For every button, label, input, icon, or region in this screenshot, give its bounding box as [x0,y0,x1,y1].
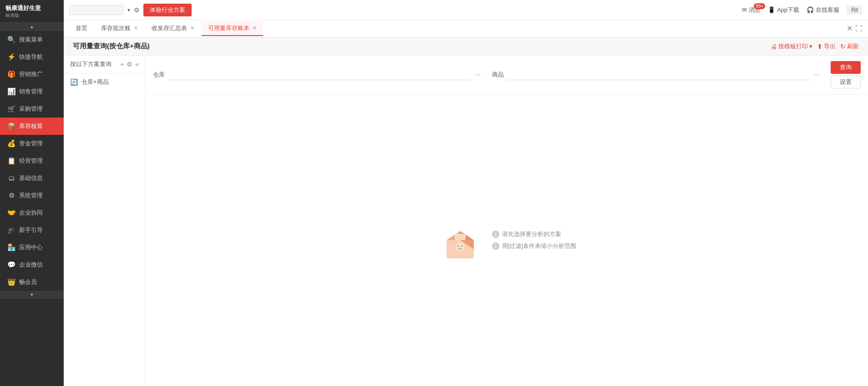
topbar-dropdown-button[interactable]: ▾ [127,7,130,13]
product-label: 商品 [492,71,504,79]
print-icon: 🖨 [771,43,777,50]
sidebar-label-inventory: 库存核算 [19,122,43,130]
marketing-icon: 🎁 [7,70,15,78]
sidebar-item-finance[interactable]: 💰 资金管理 [0,135,64,152]
filter-row: 仓库 ··· 商品 ··· 查询 设置 [146,56,868,94]
empty-svg [437,217,483,263]
sidebar-item-wechat[interactable]: 💬 企业微信 [0,256,64,273]
sidebar-item-basic[interactable]: 🗂 基础信息 [0,170,64,187]
main-area: ▾ ⚙ 体验行业方案 ✉ 消息 99+ 📱 App下载 🎧 在线客服 Rit [64,0,868,386]
page-header-actions: 🖨 按模板打印 ▾ ⬆ 导出 ↻ 刷新 [771,42,859,51]
sidebar-label-sales: 销售管理 [19,87,43,96]
svg-point-4 [456,242,465,252]
tab-home[interactable]: 首页 [69,21,94,36]
product-filter-group: 商品 ··· [492,69,822,80]
sidebar-label-operation: 经营管理 [19,157,43,165]
sidebar-item-system[interactable]: ⚙ 系统管理 [0,187,64,204]
sidebar-item-member[interactable]: 👑 畅会员 [0,273,64,291]
sidebar-item-operation[interactable]: 📋 经营管理 [0,152,64,170]
user-name: Rit [851,7,858,13]
online-service-btn[interactable]: 🎧 在线客服 [807,6,839,14]
print-button[interactable]: 🖨 按模板打印 ▾ [771,42,812,51]
empty-tip-2: 2 用[过滤]条件来缩小分析范围 [492,242,576,250]
filter-setting-button[interactable]: ⚙ [127,61,132,68]
tab-close-window-button[interactable]: ✕ [847,24,853,33]
tab-fullscreen-button[interactable]: ⛶ [855,24,863,33]
sidebar-label-marketing: 营销推广 [19,70,43,78]
sidebar-label-system: 系统管理 [19,191,43,200]
empty-tip-1: 1 请先选择要分析的方案 [492,230,576,238]
topbar-search-input[interactable] [69,5,124,15]
sidebar-item-newbie[interactable]: 🎓 新手引导 [0,221,64,239]
basic-icon: 🗂 [7,174,15,182]
topbar: ▾ ⚙ 体验行业方案 ✉ 消息 99+ 📱 App下载 🎧 在线客服 Rit [64,0,868,20]
tabs-window-controls: ✕ ⛶ [847,24,863,33]
page-title: 可用量查询(按仓库+商品) [73,42,150,51]
product-dots-button[interactable]: ··· [812,71,822,79]
member-icon: 👑 [7,278,15,286]
industry-solution-button[interactable]: 体验行业方案 [143,4,192,16]
export-button[interactable]: ⬆ 导出 [817,42,836,51]
filter-panel-title: 按以下方案查询 [70,60,112,68]
phone-icon: 📱 [768,6,775,13]
filter-item-warehouse-product[interactable]: 🔄 仓库+商品 [64,73,145,91]
right-content: 仓库 ··· 商品 ··· 查询 设置 [146,56,868,386]
sidebar-item-inventory[interactable]: 📦 库存核算 [0,118,64,135]
warehouse-dots-button[interactable]: ··· [473,71,482,79]
refresh-button[interactable]: ↻ 刷新 [840,42,859,51]
tab-summary-close[interactable]: ✕ [190,25,194,31]
tab-available-close[interactable]: ✕ [253,25,257,31]
filter-add-button[interactable]: + [120,61,124,68]
sidebar-item-search[interactable]: 🔍 搜索菜单 [0,31,64,48]
content-area: 按以下方案查询 + ⚙ « 🔄 仓库+商品 仓库 ··· [64,56,868,386]
filter-item-label: 仓库+商品 [81,78,109,86]
sidebar-label-finance: 资金管理 [19,139,43,148]
sidebar-item-shortcut[interactable]: ⚡ 快捷导航 [0,48,64,66]
finance-icon: 💰 [7,139,15,148]
filter-collapse-button[interactable]: « [135,61,139,68]
settings-button[interactable]: 设置 [831,76,861,88]
tab-available-label: 可用量库存账本 [208,24,249,32]
product-input[interactable] [507,69,809,80]
print-dropdown-icon[interactable]: ▾ [809,43,812,50]
tab-summary-label: 收发存汇总表 [152,24,187,32]
empty-tips: 1 请先选择要分析的方案 2 用[过滤]条件来缩小分析范围 [492,230,576,250]
sidebar-scroll-up[interactable]: ▲ [0,23,64,31]
sidebar-scroll-down[interactable]: ▼ [0,291,64,299]
sales-icon: 📊 [7,87,15,96]
export-icon: ⬆ [817,43,822,50]
headset-icon: 🎧 [807,6,814,13]
message-badge[interactable]: ✉ 消息 99+ [742,6,761,14]
tab-batch[interactable]: 库存批次账 ✕ [95,21,144,36]
sidebar-label-wechat: 企业微信 [19,261,43,269]
query-button[interactable]: 查询 [831,61,861,74]
empty-illustration [437,217,483,263]
filter-panel-header: 按以下方案查询 + ⚙ « [64,56,145,73]
sidebar-item-cooperation[interactable]: 🤝 企业协同 [0,204,64,221]
tip-text-1: 请先选择要分析的方案 [502,230,561,238]
app-download-btn[interactable]: 📱 App下载 [768,6,799,14]
tab-batch-close[interactable]: ✕ [134,25,138,31]
wechat-icon: 💬 [7,261,15,269]
online-service-label: 在线客服 [816,6,839,14]
sidebar-label-appstore: 应用中心 [19,243,43,252]
warehouse-input[interactable] [168,69,470,80]
tab-available[interactable]: 可用量库存账本 ✕ [202,21,263,36]
tip-num-2: 2 [492,242,499,250]
message-icon: ✉ [742,6,747,13]
refresh-label: 刷新 [847,42,859,51]
tabs-bar: 首页 库存批次账 ✕ 收发存汇总表 ✕ 可用量库存账本 ✕ ✕ ⛶ [64,20,868,37]
sidebar-logo: 畅康通好生意 标准版 [0,0,64,23]
user-info[interactable]: Rit [847,5,863,15]
sidebar-item-appstore[interactable]: 🏪 应用中心 [0,239,64,256]
filter-item-icon: 🔄 [70,78,78,86]
tab-home-label: 首页 [76,24,87,32]
tab-summary[interactable]: 收发存汇总表 ✕ [145,21,201,36]
sidebar-item-sales[interactable]: 📊 销售管理 [0,83,64,100]
sidebar-item-purchase[interactable]: 🛒 采购管理 [0,100,64,118]
warehouse-label: 仓库 [153,71,165,79]
sidebar-item-marketing[interactable]: 🎁 营销推广 [0,66,64,83]
inventory-icon: 📦 [7,122,15,130]
print-label: 按模板打印 [778,42,808,51]
topbar-gear-button[interactable]: ⚙ [134,6,140,14]
